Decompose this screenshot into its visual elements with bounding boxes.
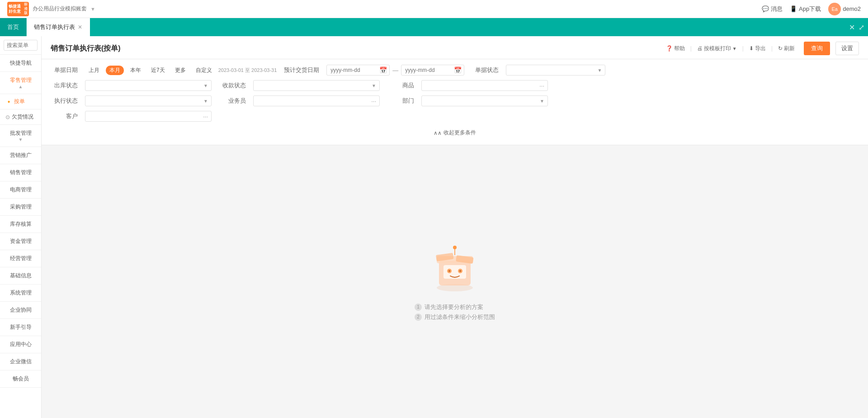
refresh-btn[interactable]: ↻ 刷新 (778, 45, 795, 52)
payment-status-field[interactable]: ▼ (253, 80, 380, 91)
order-status-input[interactable] (506, 65, 605, 76)
avatar: Ea (828, 3, 841, 15)
page-actions: ❓ 帮助 | 🖨 按模板打印 ▼ | ⬇ 导出 | ↻ 刷新 (666, 42, 859, 55)
print-icon: 🖨 (697, 45, 703, 52)
sidebar-item-marketing[interactable]: 营销推广 (0, 147, 41, 164)
sidebar-sub-item-by-order[interactable]: 🔸 按单 (0, 94, 41, 109)
tab-close-icon[interactable]: ✕ (78, 24, 82, 30)
customer-field[interactable]: ··· (85, 111, 212, 122)
goods-field[interactable]: ··· (421, 80, 548, 91)
sidebar-item-member[interactable]: 畅会员 (0, 370, 41, 388)
sidebar-item-basic-info[interactable]: 基础信息 (0, 267, 41, 285)
search-button[interactable]: 查询 (804, 42, 830, 55)
sidebar-item-inventory[interactable]: 库存核算 (0, 216, 41, 233)
search-input[interactable] (4, 40, 38, 51)
salesman-dots-icon[interactable]: ··· (371, 98, 376, 104)
sidebar-item-ecommerce[interactable]: 电商管理 (0, 181, 41, 199)
sidebar-item-ops[interactable]: 经营管理 (0, 250, 41, 267)
dept-label: 部门 (387, 97, 414, 105)
date-btn-this-year[interactable]: 本年 (127, 66, 145, 75)
sidebar-item-retail-mgmt[interactable]: 零售管理 ▲ (0, 72, 41, 94)
payment-status-input[interactable] (253, 80, 380, 91)
date-btn-custom[interactable]: 自定义 (192, 66, 216, 75)
exec-status-field[interactable]: ▼ (85, 95, 212, 106)
salesman-input[interactable] (253, 95, 380, 106)
export-btn[interactable]: ⬇ 导出 (749, 45, 766, 52)
top-header: 畅捷通好生意 标准版 办公用品行业模拟账套 ▼ 💬 消息 📱 App下载 Ea … (0, 0, 868, 18)
export-icon: ⬇ (749, 45, 754, 52)
empty-tip-1: 1 请先选择要分析的方案 (415, 303, 495, 311)
collapse-conditions-btn[interactable]: ∧∧ 收起更多条件 (51, 126, 859, 139)
goods-label: 商品 (387, 81, 414, 90)
svg-point-11 (453, 246, 457, 249)
delivery-status-input[interactable] (85, 80, 212, 91)
sidebar-sub-item-credit[interactable]: ⊙ 欠货情况 (0, 109, 41, 125)
date-start-field: 📅 (326, 65, 390, 76)
customer-dots-icon[interactable]: ··· (203, 113, 208, 120)
tab-sales-order-list[interactable]: 销售订单执行表 ✕ (27, 18, 90, 36)
order-status-label: 单据状态 (472, 66, 499, 74)
message-btn[interactable]: 💬 消息 (762, 5, 783, 13)
app-download-btn[interactable]: 📱 App下载 (790, 5, 821, 13)
settings-button[interactable]: 设置 (835, 42, 859, 55)
help-btn[interactable]: ❓ 帮助 (666, 45, 685, 52)
date-btn-more[interactable]: 更多 (171, 66, 189, 75)
sidebar-item-system[interactable]: 系统管理 (0, 285, 41, 302)
dept-input[interactable] (421, 95, 548, 106)
order-status-field[interactable]: ▼ (506, 65, 605, 76)
print-btn[interactable]: 🖨 按模板打印 ▼ (697, 45, 737, 52)
app-logo: 畅捷通好生意 标准版 (7, 2, 29, 16)
delivery-status-label: 出库状态 (51, 81, 78, 90)
page-title: 销售订单执行表(按单) (51, 44, 121, 53)
expected-date-group: 📅 — 📅 (326, 65, 464, 76)
breadcrumb: 办公用品行业模拟账套 (33, 5, 87, 13)
filter-row-4: 客户 ··· (51, 111, 859, 122)
header-right: 💬 消息 📱 App下载 Ea demo2 (762, 3, 861, 15)
sidebar-item-app-center[interactable]: 应用中心 (0, 336, 41, 353)
sidebar-item-purchase[interactable]: 采购管理 (0, 199, 41, 216)
dept-field[interactable]: ▼ (421, 95, 548, 106)
tab-bar: 首页 销售订单执行表 ✕ ✕ ⤢ (0, 18, 868, 36)
filter-row-2: 出库状态 ▼ 收款状态 ▼ 商品 ··· (51, 80, 859, 91)
sidebar-item-enterprise-collab[interactable]: 企业协同 (0, 302, 41, 319)
sidebar-item-sales-mgmt[interactable]: 销售管理 (0, 164, 41, 181)
sidebar-item-enterprise-wechat[interactable]: 企业微信 (0, 353, 41, 370)
user-avatar[interactable]: Ea demo2 (828, 3, 861, 15)
refresh-icon: ↻ (778, 45, 783, 52)
exec-status-label: 执行状态 (51, 97, 78, 105)
customer-input[interactable] (85, 111, 212, 122)
salesman-label: 业务员 (219, 97, 246, 105)
empty-tip-2: 2 用过滤条件来缩小分析范围 (415, 313, 495, 321)
sidebar-item-new-guide[interactable]: 新手引导 (0, 319, 41, 336)
salesman-field[interactable]: ··· (253, 95, 380, 106)
date-label: 单据日期 (51, 66, 78, 74)
window-close-btn[interactable]: ✕ (849, 23, 855, 32)
sidebar-item-finance[interactable]: 资金管理 (0, 233, 41, 250)
empty-tips: 1 请先选择要分析的方案 2 用过滤条件来缩小分析范围 (415, 303, 495, 321)
calendar-icon-start[interactable]: 📅 (379, 66, 387, 74)
customer-label: 客户 (51, 112, 78, 120)
svg-point-9 (459, 270, 461, 272)
date-btn-7days[interactable]: 近7天 (147, 66, 169, 75)
sidebar: 快捷导航 零售管理 ▲ 🔸 按单 ⊙ 欠货情况 批发管理 ▼ 营销推广 销售管理… (0, 36, 42, 418)
retail-mgmt-label: 零售管理 (2, 76, 39, 84)
svg-point-8 (448, 270, 450, 272)
breadcrumb-arrow[interactable]: ▼ (90, 6, 95, 12)
sub-item-label: 欠货情况 (12, 113, 33, 121)
tab-home[interactable]: 首页 (0, 18, 27, 36)
window-expand-btn[interactable]: ⤢ (859, 23, 864, 32)
sidebar-search-box (0, 36, 41, 55)
print-dropdown-icon: ▼ (732, 46, 737, 51)
expected-date-label: 预计交货日期 (284, 66, 319, 74)
goods-dots-icon[interactable]: ··· (539, 82, 544, 89)
wholesale-mgmt-label: 批发管理 (2, 129, 39, 137)
date-btn-this-month[interactable]: 本月 (106, 66, 124, 75)
sidebar-item-wholesale-mgmt[interactable]: 批发管理 ▼ (0, 125, 41, 147)
delivery-status-field[interactable]: ▼ (85, 80, 212, 91)
exec-status-input[interactable] (85, 95, 212, 106)
goods-input[interactable] (421, 80, 548, 91)
sub-item-label: 按单 (14, 98, 25, 105)
sidebar-item-quick-nav[interactable]: 快捷导航 (0, 55, 41, 72)
calendar-icon-end[interactable]: 📅 (454, 66, 462, 74)
date-btn-last-month[interactable]: 上月 (85, 66, 103, 75)
